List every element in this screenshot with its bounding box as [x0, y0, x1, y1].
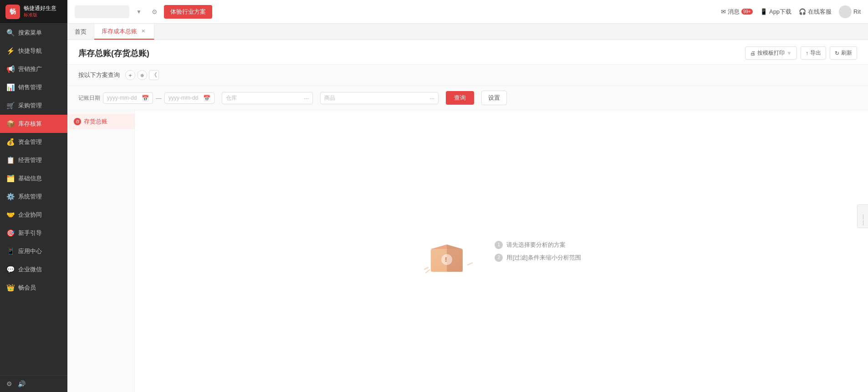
- chart-icon: 📊: [6, 83, 15, 92]
- app-download-button[interactable]: 📱 App下载: [760, 8, 791, 16]
- tab-home-label: 首页: [75, 28, 87, 36]
- sidebar-item-quick-nav[interactable]: ⚡ 快捷导航: [0, 42, 67, 60]
- target-icon: 🎯: [6, 229, 15, 237]
- box-icon: 📦: [6, 120, 15, 128]
- svg-marker-2: [447, 244, 463, 249]
- sidebar-item-label: 采购管理: [18, 102, 42, 110]
- header-right: ✉ 消息 99+ 📱 App下载 🎧 在线客服 Rit: [721, 5, 861, 18]
- online-support-button[interactable]: 🎧 在线客服: [799, 8, 832, 16]
- sidebar-menu: 🔍 搜索菜单 ⚡ 快捷导航 📢 营销推广 📊 销售管理 🛒 采购管理 📦 库存核…: [0, 24, 67, 375]
- empty-step1-text: 请先选择要分析的方案: [506, 241, 566, 249]
- logo-sub: 标准版: [24, 12, 56, 18]
- sidebar-item-label: 库存核算: [18, 120, 42, 128]
- sidebar-item-label: 销售管理: [18, 83, 42, 92]
- print-label: 按模板打印: [757, 49, 785, 57]
- sidebar-item-finance[interactable]: 💰 资金管理: [0, 133, 67, 151]
- sidebar-item-member[interactable]: 👑 畅会员: [0, 279, 67, 297]
- nav-settings-btn[interactable]: ⚙: [148, 6, 160, 18]
- footer-icons: ⚙ 🔊: [6, 380, 26, 387]
- tab-inventory-label: 库存成本总账: [102, 27, 137, 36]
- print-dropdown-icon: ▼: [786, 50, 792, 56]
- settings-button[interactable]: 设置: [481, 91, 507, 105]
- filter-label: 按以下方案查询: [78, 71, 120, 79]
- print-button[interactable]: 🖨 按模板打印 ▼: [745, 46, 797, 60]
- avatar: [839, 5, 852, 18]
- goods-selector[interactable]: 商品 ···: [320, 92, 439, 104]
- tab-bar: 首页 库存成本总账 ✕: [67, 24, 868, 40]
- industry-solution-button[interactable]: 体验行业方案: [164, 5, 212, 19]
- sidebar-item-basic[interactable]: 🗂️ 基础信息: [0, 169, 67, 188]
- logo-text: 畅捷通好生意: [24, 5, 56, 12]
- tab-close-icon[interactable]: ✕: [140, 28, 147, 35]
- right-panel-toggle[interactable]: ｜｜: [857, 204, 868, 228]
- message-icon: ✉: [721, 8, 726, 15]
- clipboard-icon: 📋: [6, 156, 15, 164]
- sidebar-item-wechat[interactable]: 💬 企业微信: [0, 260, 67, 279]
- content-panel: 库存总账(存货总账) 🖨 按模板打印 ▼ ↑ 导出 ↻ 刷新 按以下方案查询: [67, 40, 868, 392]
- sidebar-item-label: 基础信息: [18, 174, 42, 183]
- app-download-label: App下载: [769, 8, 791, 16]
- calendar-end-icon: 📅: [203, 95, 210, 102]
- messages-button[interactable]: ✉ 消息 99+: [721, 8, 753, 16]
- filter-collapse-button[interactable]: 《: [149, 70, 159, 80]
- step-num-1: 1: [495, 241, 503, 249]
- sidebar-item-system[interactable]: ⚙️ 系统管理: [0, 188, 67, 206]
- tab-inventory-ledger[interactable]: 库存成本总账 ✕: [94, 24, 154, 40]
- page-actions: 🖨 按模板打印 ▼ ↑ 导出 ↻ 刷新: [745, 46, 857, 60]
- sidebar-item-search[interactable]: 🔍 搜索菜单: [0, 24, 67, 42]
- audio-footer-icon[interactable]: 🔊: [18, 380, 26, 387]
- date-label: 记账日期: [78, 94, 100, 102]
- sidebar-item-sales[interactable]: 📊 销售管理: [0, 78, 67, 97]
- refresh-button[interactable]: ↻ 刷新: [830, 46, 857, 60]
- scheme-content-area: 存 存货总账: [67, 110, 868, 392]
- user-name: Rit: [853, 8, 861, 15]
- page-header: 库存总账(存货总账) 🖨 按模板打印 ▼ ↑ 导出 ↻ 刷新: [67, 40, 868, 65]
- sidebar-footer: ⚙ 🔊: [0, 375, 67, 392]
- step-num-2: 2: [495, 254, 503, 262]
- refresh-label: 刷新: [841, 49, 852, 57]
- export-button[interactable]: ↑ 导出: [801, 46, 826, 60]
- folder-icon: 🗂️: [6, 174, 15, 183]
- sidebar-item-label: 企业微信: [18, 265, 42, 274]
- mobile-icon: 📱: [6, 247, 15, 255]
- settings-footer-icon[interactable]: ⚙: [6, 380, 12, 387]
- search-icon: 🔍: [6, 29, 15, 37]
- chat-icon: 💬: [6, 265, 15, 274]
- empty-step-1: 1 请先选择要分析的方案: [495, 241, 581, 249]
- date-end-input[interactable]: yyyy-mm-dd 📅: [164, 92, 214, 104]
- nav-dropdown-btn[interactable]: ▼: [133, 6, 145, 18]
- main-area: ▼ ⚙ 体验行业方案 ✉ 消息 99+ 📱 App下载 🎧 在线客服 Rit: [67, 0, 868, 392]
- sidebar-item-marketing[interactable]: 📢 营销推广: [0, 60, 67, 78]
- calendar-start-icon: 📅: [142, 95, 149, 102]
- date-start-input[interactable]: yyyy-mm-dd 📅: [103, 92, 153, 104]
- warehouse-selector[interactable]: 仓库 ···: [222, 92, 313, 104]
- sidebar-item-label: 资金管理: [18, 138, 42, 146]
- filter-add-button[interactable]: +: [125, 70, 135, 80]
- sidebar: 畅 畅捷通好生意 标准版 🔍 搜索菜单 ⚡ 快捷导航 📢 营销推广 📊 销售管理…: [0, 0, 67, 392]
- handshake-icon: 🤝: [6, 211, 15, 219]
- scheme-sidebar: 存 存货总账: [67, 110, 135, 392]
- print-icon: 🖨: [750, 50, 756, 56]
- empty-box-svg: !: [422, 224, 476, 279]
- sidebar-item-label: 搜索菜单: [18, 29, 42, 37]
- sidebar-item-label: 系统管理: [18, 193, 42, 201]
- sidebar-item-purchase[interactable]: 🛒 采购管理: [0, 97, 67, 115]
- sidebar-item-newbie[interactable]: 🎯 新手引导: [0, 224, 67, 242]
- tab-home[interactable]: 首页: [67, 24, 94, 40]
- date-separator: —: [156, 95, 162, 102]
- user-profile[interactable]: Rit: [839, 5, 861, 18]
- message-label: 消息: [728, 8, 740, 16]
- export-label: 导出: [810, 49, 821, 57]
- filter-circle-button2[interactable]: ⊕: [137, 70, 147, 80]
- sidebar-item-apps[interactable]: 📱 应用中心: [0, 242, 67, 260]
- logo-text-area: 畅捷通好生意 标准版: [24, 5, 56, 19]
- online-support-label: 在线客服: [808, 8, 832, 16]
- scheme-item-inventory-ledger[interactable]: 存 存货总账: [67, 114, 134, 129]
- sidebar-item-operation[interactable]: 📋 经营管理: [0, 151, 67, 169]
- svg-text:!: !: [445, 256, 447, 263]
- query-button[interactable]: 查询: [446, 91, 474, 105]
- header-nav-area: ▼ ⚙ 体验行业方案: [75, 5, 716, 19]
- nav-breadcrumb: [75, 5, 129, 18]
- sidebar-item-cooperation[interactable]: 🤝 企业协同: [0, 206, 67, 224]
- sidebar-item-inventory[interactable]: 📦 库存核算: [0, 115, 67, 133]
